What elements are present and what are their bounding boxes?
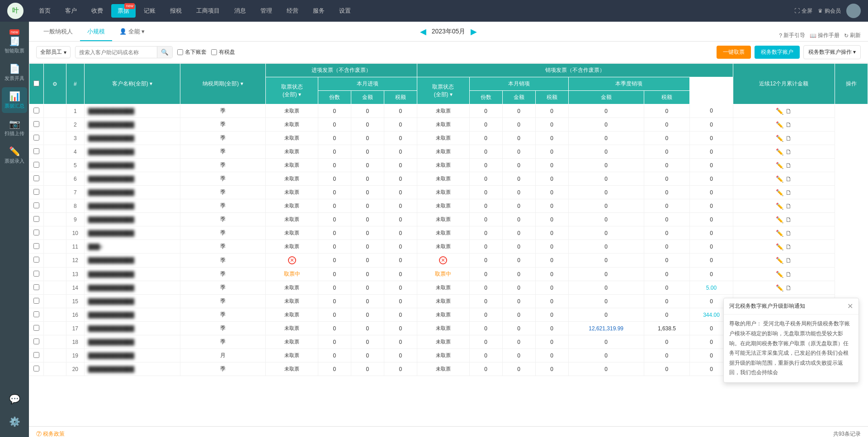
row-checkbox[interactable]	[33, 175, 39, 181]
copy-icon[interactable]: 🗋	[785, 162, 792, 169]
yearly-amount[interactable]: 5.00	[706, 285, 717, 291]
edit-icon[interactable]: ✏️	[776, 162, 783, 169]
copy-icon[interactable]: 🗋	[785, 175, 792, 183]
fullscreen-button[interactable]: ⛶ 全屏	[794, 7, 812, 15]
tax-digital-account-action-button[interactable]: 税务数字账户操作 ▾	[803, 45, 861, 59]
out-amount: 0	[502, 349, 535, 362]
sidebar-item-message[interactable]: 💬	[2, 390, 27, 409]
row-checkbox[interactable]	[33, 271, 39, 277]
nav-settings[interactable]: 设置	[333, 4, 357, 18]
nav-home[interactable]: 首页	[33, 4, 57, 18]
row-checkbox[interactable]	[33, 325, 39, 331]
copy-icon[interactable]: 🗋	[785, 108, 792, 115]
sidebar-item-settings[interactable]: ⚙️	[2, 413, 27, 432]
yearly-amount: 0	[710, 230, 713, 236]
row-checkbox[interactable]	[33, 202, 39, 208]
nav-tax[interactable]: 报税	[164, 4, 188, 18]
search-button[interactable]: 🔍	[157, 47, 172, 58]
tax-device-checkbox[interactable]	[211, 49, 217, 55]
copy-icon[interactable]: 🗋	[785, 230, 792, 237]
edit-icon[interactable]: ✏️	[776, 243, 783, 250]
copy-icon[interactable]: 🗋	[785, 284, 792, 291]
copy-icon[interactable]: 🗋	[785, 216, 792, 223]
row-checkbox[interactable]	[33, 338, 39, 344]
edit-icon[interactable]: ✏️	[776, 202, 783, 210]
row-checkbox[interactable]	[33, 216, 39, 222]
edit-icon[interactable]: ✏️	[776, 230, 783, 237]
tax-policy-link[interactable]: ⑦ 税务政策	[36, 430, 65, 437]
copy-icon[interactable]: 🗋	[785, 243, 792, 250]
sidebar-item-scan-upload[interactable]: 📷 扫描上传	[2, 115, 27, 141]
edit-icon[interactable]: ✏️	[776, 148, 783, 155]
action-cell: ✏️ 🗋	[733, 186, 835, 199]
row-checkbox[interactable]	[33, 230, 39, 235]
sub-account-checkbox[interactable]	[177, 49, 183, 55]
edit-icon[interactable]: ✏️	[776, 271, 783, 278]
copy-icon[interactable]: 🗋	[785, 189, 792, 196]
row-checkbox[interactable]	[33, 162, 39, 168]
copy-icon[interactable]: 🗋	[785, 135, 792, 142]
edit-icon[interactable]: ✏️	[776, 284, 783, 291]
nav-service[interactable]: 服务	[307, 4, 331, 18]
copy-icon[interactable]: 🗋	[785, 121, 792, 128]
nav-customer[interactable]: 客户	[59, 4, 83, 18]
row-checkbox[interactable]	[33, 366, 39, 371]
prev-period-button[interactable]: ◀	[420, 27, 426, 37]
employee-select[interactable]: 全部员工 ▾	[36, 46, 71, 58]
quarter-amount: 0	[604, 230, 608, 236]
edit-icon[interactable]: ✏️	[776, 121, 783, 128]
row-checkbox[interactable]	[33, 243, 39, 249]
edit-icon[interactable]: ✏️	[776, 257, 783, 264]
vip-button[interactable]: ♛ 购会员	[818, 7, 841, 15]
yearly-amount[interactable]: 344.00	[703, 312, 720, 318]
sidebar-item-smart-invoice[interactable]: new 🧾 智能取票	[2, 25, 27, 58]
edit-icon[interactable]: ✏️	[776, 189, 783, 196]
row-checkbox[interactable]	[33, 284, 39, 290]
row-checkbox[interactable]	[33, 135, 39, 141]
nav-message[interactable]: 消息	[228, 4, 252, 18]
copy-icon[interactable]: 🗋	[785, 148, 792, 155]
row-checkbox[interactable]	[33, 189, 39, 195]
row-checkbox[interactable]	[33, 311, 39, 317]
checkbox-tax-device[interactable]: 有税盘	[211, 48, 235, 56]
edit-icon[interactable]: ✏️	[776, 108, 783, 115]
sidebar-item-invoice-entry[interactable]: ✏️ 票据录入	[2, 142, 27, 168]
tab-small-scale[interactable]: 小规模	[80, 23, 112, 41]
copy-icon[interactable]: 🗋	[785, 257, 792, 264]
copy-icon[interactable]: 🗋	[785, 202, 792, 210]
refresh-button[interactable]: ↻ 刷新	[844, 32, 861, 39]
row-checkbox[interactable]	[33, 108, 39, 113]
row-checkbox[interactable]	[33, 148, 39, 154]
next-period-button[interactable]: ▶	[471, 27, 477, 37]
nav-fee[interactable]: 收费	[85, 4, 109, 18]
row-checkbox[interactable]	[33, 352, 39, 358]
edit-icon[interactable]: ✏️	[776, 135, 783, 142]
edit-icon[interactable]: ✏️	[776, 175, 783, 183]
nav-business[interactable]: 工商项目	[190, 4, 226, 18]
nav-operation[interactable]: 经营	[280, 4, 305, 18]
nav-invoice[interactable]: 票据 new	[111, 4, 136, 18]
one-click-invoice-button[interactable]: 一键取票	[717, 46, 751, 59]
in-amount: 0	[351, 199, 384, 213]
row-checkbox[interactable]	[33, 121, 39, 127]
manual-button[interactable]: 📖 操作手册	[810, 32, 840, 39]
new-guide-button[interactable]: ? 新手引导	[779, 32, 805, 39]
in-amount: 0	[351, 335, 384, 349]
select-all-checkbox[interactable]	[33, 80, 39, 86]
tax-digital-account-button[interactable]: 税务数字账户	[755, 46, 800, 59]
edit-icon[interactable]: ✏️	[776, 216, 783, 223]
nav-accounting[interactable]: 记账	[137, 4, 162, 18]
notification-close-button[interactable]: ✕	[847, 302, 853, 310]
sidebar-item-invoice-summary[interactable]: 📊 票据汇总	[2, 87, 27, 113]
row-checkbox[interactable]	[33, 257, 39, 263]
search-input[interactable]	[75, 47, 157, 57]
tab-general-taxpayer[interactable]: 一般纳税人	[36, 23, 80, 41]
nav-manage[interactable]: 管理	[254, 4, 278, 18]
in-count: 0	[318, 159, 351, 172]
sidebar-item-invoice-open[interactable]: 📄 发票开具	[2, 60, 27, 85]
row-checkbox[interactable]	[33, 298, 39, 304]
checkbox-sub-account[interactable]: 名下账套	[177, 48, 207, 56]
tab-all[interactable]: 👤 全能 ▾	[112, 23, 152, 41]
user-avatar[interactable]	[846, 4, 861, 18]
copy-icon[interactable]: 🗋	[785, 271, 792, 278]
